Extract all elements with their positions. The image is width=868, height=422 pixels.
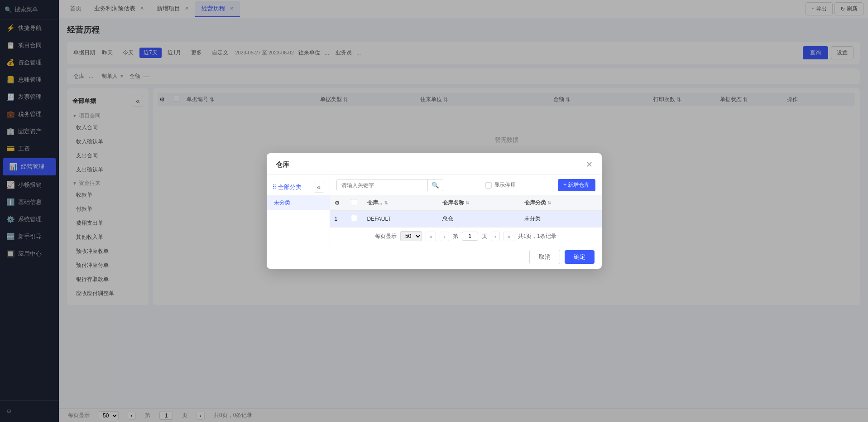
show-disabled-label[interactable]: 显示停用 [485, 181, 516, 189]
modal-sidebar: ⠿ 全部分类 « 未分类 [267, 175, 330, 245]
th-warehouse-code: 仓库... ⇅ [363, 195, 438, 211]
modal-header: 仓库 ✕ [267, 153, 602, 175]
table-row[interactable]: 1 DEFAULT 总仓 未分类 [330, 211, 602, 227]
modal-table: ⚙ 仓库... ⇅ 仓库名称 ⇅ 仓库分类 ⇅ 1 DEFA [330, 195, 602, 227]
warehouse-modal: 仓库 ✕ ⠿ 全部分类 « 未分类 [267, 153, 602, 269]
row-checkbox[interactable] [351, 215, 357, 221]
th-warehouse-name: 仓库名称 ⇅ [438, 195, 520, 211]
modal-footer: 取消 确定 [267, 245, 602, 269]
th-warehouse-category: 仓库分类 ⇅ [520, 195, 602, 211]
prev-page-btn[interactable]: ‹ [440, 232, 449, 241]
modal-search-wrap: 🔍 [336, 179, 443, 191]
modal-sidebar-label: ⠿ 全部分类 [272, 183, 302, 191]
modal-toolbar: 🔍 显示停用 + 新增仓库 [330, 175, 602, 195]
modal-close-button[interactable]: ✕ [586, 160, 593, 170]
add-warehouse-button[interactable]: + 新增仓库 [558, 179, 595, 191]
table-all-checkbox[interactable] [351, 199, 357, 205]
modal-search-button[interactable]: 🔍 [427, 179, 443, 191]
page-input[interactable] [462, 232, 478, 241]
modal-sidebar-collapse-btn[interactable]: « [314, 182, 324, 193]
td-warehouse-category: 未分类 [520, 211, 602, 227]
confirm-button[interactable]: 确定 [565, 250, 595, 264]
page-label: 第 [453, 233, 458, 240]
th-checkbox [346, 195, 363, 211]
modal-title: 仓库 [276, 160, 289, 169]
per-page-select[interactable]: 50 [400, 231, 422, 241]
modal-sidebar-item-uncategorized[interactable]: 未分类 [267, 195, 330, 210]
modal-search-input[interactable] [337, 180, 427, 191]
modal-overlay: 仓库 ✕ ⠿ 全部分类 « 未分类 [0, 0, 868, 422]
total-records: 共1页，1条记录 [518, 233, 556, 240]
show-disabled-checkbox[interactable] [485, 182, 492, 189]
per-page-label: 每页显示 [375, 233, 397, 240]
page-suffix: 页 [482, 233, 487, 240]
td-row-checkbox [346, 211, 363, 227]
td-warehouse-code: DEFAULT [363, 211, 438, 227]
modal-body: ⠿ 全部分类 « 未分类 🔍 [267, 175, 602, 245]
th-settings: ⚙ [330, 195, 346, 211]
cancel-button[interactable]: 取消 [529, 250, 560, 264]
td-row-num: 1 [330, 211, 346, 227]
modal-sidebar-header[interactable]: ⠿ 全部分类 « [267, 179, 330, 195]
td-warehouse-name: 总仓 [438, 211, 520, 227]
table-settings-icon[interactable]: ⚙ [335, 200, 340, 206]
last-page-btn[interactable]: » [504, 232, 514, 241]
modal-main: 🔍 显示停用 + 新增仓库 ⚙ 仓库... ⇅ [330, 175, 602, 245]
next-page-btn[interactable]: › [491, 232, 500, 241]
modal-pagination: 每页显示 50 « ‹ 第 页 › » 共1页，1条记录 [330, 227, 602, 245]
first-page-btn[interactable]: « [426, 232, 436, 241]
